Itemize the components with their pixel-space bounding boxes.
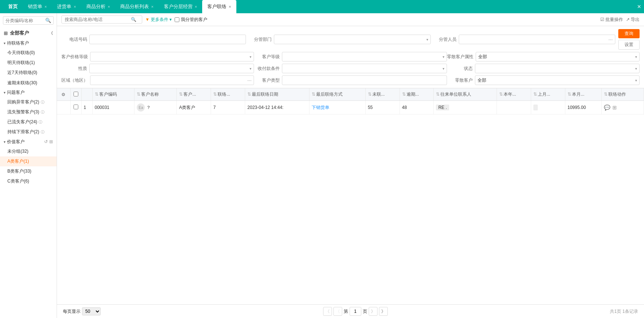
batch-operation-button[interactable]: ☑ 批量操作 bbox=[600, 17, 623, 23]
table-wrapper[interactable]: ⚙⇅客户编码⇅客户名称⇅客户...⇅联络...⇅最后联络日期⇅最后联络方式⇅未联… bbox=[57, 88, 644, 304]
sidebar-item-tomorrow-pending[interactable]: 明天待联络(1) bbox=[0, 58, 57, 68]
sidebar-collapse-icon[interactable]: 《 bbox=[49, 31, 53, 36]
filter-label-1-1: 客户等级 bbox=[254, 54, 280, 60]
col-header-gear: ⚙ bbox=[57, 88, 70, 101]
sidebar-item-churned[interactable]: 已流失客户(24)ⓘ bbox=[0, 117, 57, 127]
content-area: 🔍 ▼ 更多条件 ▾ 我分管的客户 ☑ 批量操作 ↗ 导出 bbox=[57, 13, 644, 318]
sidebar-search-input[interactable] bbox=[6, 18, 45, 23]
filter-item-2-2: 状态▾ bbox=[447, 64, 640, 73]
col-header-contact: ⇅联络... bbox=[211, 88, 245, 101]
sidebar-search-icon[interactable]: 🔍 bbox=[45, 18, 51, 23]
filter-select-1-1[interactable]: ▾ bbox=[282, 52, 447, 61]
filter-label-3-2: 零散客户 bbox=[447, 77, 473, 84]
sidebar-section-value-customers[interactable]: ▾ 价值客户 ↺ ⊞ bbox=[0, 137, 57, 146]
row-checkbox[interactable] bbox=[74, 105, 78, 109]
close-all-button[interactable]: × bbox=[637, 3, 641, 11]
export-button[interactable]: ↗ 导出 bbox=[626, 17, 640, 23]
nav-close-icon-customer-contact[interactable]: × bbox=[229, 4, 231, 9]
sidebar-item-label: 未分组(32) bbox=[7, 149, 28, 154]
last-contact-method[interactable]: 下销货单 bbox=[312, 105, 329, 110]
sidebar-item-overdue-pending[interactable]: 逾期未联络(30) bbox=[0, 78, 57, 88]
query-button[interactable]: 查询 bbox=[618, 29, 640, 38]
first-page-button[interactable]: 《 bbox=[323, 307, 332, 316]
add-group-icon[interactable]: ⊞ bbox=[49, 139, 53, 144]
section-arrow: ▾ bbox=[4, 140, 6, 144]
sidebar-item-week-pending[interactable]: 近7天待联络(0) bbox=[0, 68, 57, 78]
sidebar-item-churn-warning[interactable]: 流失预警客户(3)ⓘ bbox=[0, 107, 57, 117]
refresh-icon[interactable]: ↺ bbox=[44, 139, 48, 144]
batch-icon: ☑ bbox=[600, 17, 604, 22]
sidebar-item-ungrouped[interactable]: 未分组(32) bbox=[0, 146, 57, 156]
prev-page-button[interactable]: 〈 bbox=[333, 307, 342, 316]
nav-close-icon-sales[interactable]: × bbox=[44, 4, 47, 9]
toolbar-search-input[interactable] bbox=[65, 17, 131, 22]
filter-select-3-0[interactable]: ··· bbox=[90, 75, 254, 85]
filter-select-3-2[interactable]: 全部▾ bbox=[475, 75, 640, 85]
nav-item-home[interactable]: 首页 bbox=[3, 0, 23, 13]
settings-button[interactable]: 设置 bbox=[618, 40, 640, 50]
filter-select-2-1[interactable]: ▾ bbox=[282, 64, 447, 73]
nav-item-customer-tier[interactable]: 客户分层经营× bbox=[159, 0, 202, 13]
page-size-dropdown[interactable]: 102050100 bbox=[82, 307, 101, 315]
more-filter-button[interactable]: ▼ 更多条件 ▾ bbox=[145, 17, 172, 23]
sidebar-section-pending-contact[interactable]: ▾ 待联络客户 bbox=[0, 39, 57, 48]
filter-select-0-1[interactable]: ▾ bbox=[274, 35, 430, 44]
nav-item-goods-analysis-list[interactable]: 商品分析列表× bbox=[115, 0, 158, 13]
info-icon: ⓘ bbox=[39, 120, 42, 124]
nav-item-sales[interactable]: 销货单× bbox=[23, 0, 52, 13]
toolbar-search-icon[interactable]: 🔍 bbox=[131, 17, 136, 22]
nav-close-icon-purchase[interactable]: × bbox=[74, 4, 76, 9]
my-customers-checkbox[interactable]: 我分管的客户 bbox=[175, 17, 207, 23]
cell-unitContact: RE . bbox=[434, 101, 497, 114]
grid-icon: ⊞ bbox=[4, 31, 8, 36]
nav-item-customer-contact[interactable]: 客户联络× bbox=[202, 0, 236, 13]
top-nav: 首页销货单×进货单×商品分析×商品分析列表×客户分层经营×客户联络×× bbox=[0, 0, 644, 13]
nav-close-icon-goods-analysis-list[interactable]: × bbox=[151, 4, 153, 9]
filter-row-2: 性质▾收付款条件▾状态▾ bbox=[61, 64, 640, 73]
gear-icon[interactable]: ⚙ bbox=[61, 92, 65, 97]
sidebar-all-customers[interactable]: ⊞ 全部客户 《 bbox=[0, 28, 57, 39]
my-customers-label: 我分管的客户 bbox=[181, 17, 207, 23]
sidebar-item-declining[interactable]: 持续下滑客户(2)ⓘ bbox=[0, 127, 57, 137]
next-page-button[interactable]: 〉 bbox=[369, 307, 378, 316]
filter-select-1-0[interactable]: ▾ bbox=[90, 52, 254, 61]
filter-label-1-0: 客户价格等级 bbox=[61, 54, 88, 60]
nav-item-goods-analysis[interactable]: 商品分析× bbox=[81, 0, 115, 13]
filter-input-3-1[interactable] bbox=[282, 75, 447, 85]
sidebar-item-c-class[interactable]: C类客户(6) bbox=[0, 176, 57, 186]
nav-close-icon-goods-analysis[interactable]: × bbox=[108, 4, 110, 9]
col-sort-icon: ⇅ bbox=[499, 92, 503, 97]
filter-select-2-0[interactable]: ▾ bbox=[89, 64, 254, 73]
page-number-input[interactable] bbox=[350, 307, 361, 316]
sidebar-section-problem-customers[interactable]: ▾ 问题客户 bbox=[0, 88, 57, 97]
filter-select-1-2[interactable]: 全部▾ bbox=[476, 52, 640, 61]
col-header-code: ⇅客户编码 bbox=[92, 88, 135, 101]
col-header-unitContact: ⇅往来单位联系人 bbox=[434, 88, 497, 101]
sidebar-item-today-pending[interactable]: 今天待联络(0) bbox=[0, 48, 57, 58]
chat-icon[interactable]: 💬 bbox=[604, 105, 610, 110]
sidebar-item-b-class[interactable]: B类客户(33) bbox=[0, 166, 57, 176]
sidebar-item-a-class[interactable]: A类客户(1) bbox=[0, 156, 57, 166]
filter-select-2-2[interactable]: ▾ bbox=[475, 64, 640, 73]
page-size-select[interactable]: 每页显示 102050100 bbox=[63, 307, 101, 315]
nav-close-icon-customer-tier[interactable]: × bbox=[195, 4, 197, 9]
col-header-action: ⇅联络动作 bbox=[602, 88, 644, 101]
my-customers-checkbox-input[interactable] bbox=[175, 17, 179, 22]
section-arrow: ▾ bbox=[4, 41, 6, 45]
filter-select-0-2[interactable]: ··· bbox=[459, 35, 615, 44]
cell-code: 000031 bbox=[92, 101, 135, 114]
select-all-checkbox[interactable] bbox=[74, 92, 78, 96]
sidebar-search[interactable]: 🔍 bbox=[3, 16, 54, 25]
dropdown-arrow: ··· bbox=[608, 36, 613, 42]
sidebar-item-repurchase-abnormal[interactable]: 回购异常客户(2)ⓘ bbox=[0, 97, 57, 107]
col-sort-icon: ⇅ bbox=[533, 92, 537, 97]
filter-input-0-0[interactable] bbox=[89, 35, 246, 44]
dropdown-arrow: ▾ bbox=[250, 55, 251, 59]
filter-label-0-1: 分管部门 bbox=[246, 36, 272, 43]
last-page-button[interactable]: 》 bbox=[379, 307, 388, 316]
contact-count: 7 bbox=[213, 105, 216, 110]
toolbar-search[interactable]: 🔍 bbox=[61, 15, 142, 24]
nav-item-purchase[interactable]: 进货单× bbox=[52, 0, 81, 13]
qr-icon[interactable]: ⊞ bbox=[612, 105, 617, 110]
filter-item-0-1: 分管部门▾ bbox=[246, 35, 430, 44]
